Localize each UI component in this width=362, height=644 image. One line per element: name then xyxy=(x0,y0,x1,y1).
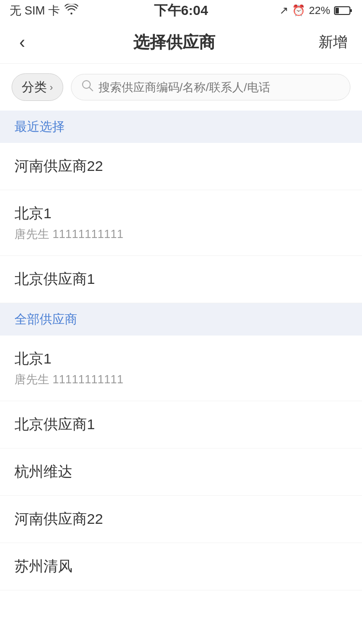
item-name: 北京供应商1 xyxy=(14,269,348,289)
location-icon: ↗ xyxy=(279,4,288,17)
nav-bar: ‹ 选择供应商 新增 xyxy=(0,21,362,64)
item-name: 北京1 xyxy=(14,349,348,369)
recent-section-header: 最近选择 xyxy=(0,111,362,143)
item-name: 河南供应商22 xyxy=(14,509,348,529)
alarm-icon: ⏰ xyxy=(292,4,305,17)
back-button[interactable]: ‹ xyxy=(14,28,30,57)
list-item[interactable]: 苏州清风 xyxy=(0,543,362,590)
list-item[interactable]: 北京供应商1 xyxy=(0,256,362,303)
all-section-label: 全部供应商 xyxy=(14,312,77,326)
item-name: 北京1 xyxy=(14,204,348,224)
svg-rect-1 xyxy=(335,8,339,14)
chevron-right-icon: › xyxy=(50,82,53,93)
wifi-icon xyxy=(65,4,78,17)
list-item[interactable]: 杭州维达 xyxy=(0,448,362,496)
page-title: 选择供应商 xyxy=(133,31,215,54)
recent-section-label: 最近选择 xyxy=(14,119,65,134)
search-input[interactable] xyxy=(98,81,340,94)
list-item[interactable]: 河南供应商22 xyxy=(0,143,362,190)
category-label: 分类 xyxy=(22,79,47,96)
recent-list: 河南供应商22北京1唐先生 11111111111北京供应商1 xyxy=(0,143,362,303)
item-name: 北京供应商1 xyxy=(14,415,348,434)
status-left: 无 SIM 卡 xyxy=(10,3,78,18)
search-box[interactable] xyxy=(71,74,350,100)
status-bar: 无 SIM 卡 下午6:04 ↗ ⏰ 22% xyxy=(0,0,362,21)
svg-line-4 xyxy=(89,87,93,91)
list-item[interactable]: 北京供应商1 xyxy=(0,401,362,448)
list-item[interactable]: 河南供应商22 xyxy=(0,496,362,543)
status-time: 下午6:04 xyxy=(154,1,208,20)
category-button[interactable]: 分类 › xyxy=(12,73,63,101)
all-list: 北京1唐先生 11111111111北京供应商1杭州维达河南供应商22苏州清风 xyxy=(0,336,362,590)
battery-text: 22% xyxy=(309,4,330,17)
item-sub: 唐先生 11111111111 xyxy=(14,226,348,242)
filter-bar: 分类 › xyxy=(0,64,362,111)
all-section-header: 全部供应商 xyxy=(0,303,362,336)
item-sub: 唐先生 11111111111 xyxy=(14,372,348,387)
search-icon xyxy=(81,79,94,95)
svg-rect-2 xyxy=(350,9,352,12)
add-button[interactable]: 新增 xyxy=(319,32,348,52)
item-name: 杭州维达 xyxy=(14,462,348,482)
status-right: ↗ ⏰ 22% xyxy=(279,4,352,17)
carrier-text: 无 SIM 卡 xyxy=(10,3,60,18)
battery-icon xyxy=(334,6,352,15)
item-name: 河南供应商22 xyxy=(14,156,348,176)
list-item[interactable]: 北京1唐先生 11111111111 xyxy=(0,190,362,256)
list-item[interactable]: 北京1唐先生 11111111111 xyxy=(0,336,362,401)
item-name: 苏州清风 xyxy=(14,557,348,576)
